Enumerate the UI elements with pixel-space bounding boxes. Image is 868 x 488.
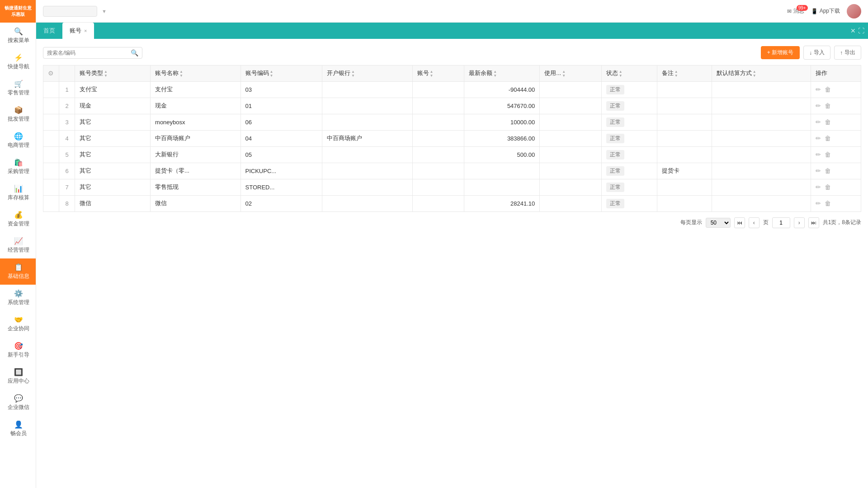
first-page-button[interactable]: ⏮ (734, 217, 745, 228)
row-type: 现金 (75, 98, 151, 114)
sidebar-item-member[interactable]: 👤 畅会员 (0, 416, 36, 442)
edit-icon[interactable]: ✏ (816, 102, 821, 109)
row-account-no (412, 195, 464, 211)
settings-col-icon[interactable]: ⚙ (48, 70, 54, 77)
sidebar-label-quick-nav: 快捷导航 (4, 63, 33, 70)
col-header-type[interactable]: 账号类型▲▼ (75, 66, 151, 82)
tab-home[interactable]: 首页 (36, 23, 62, 39)
row-usage (540, 130, 602, 146)
row-bank (322, 146, 412, 163)
delete-icon[interactable]: 🗑 (825, 102, 831, 109)
col-header-remark[interactable]: 备注▲▼ (657, 66, 712, 82)
sidebar-item-finance-mgmt[interactable]: 💰 资金管理 (0, 206, 36, 232)
row-status: 正常 (601, 146, 657, 163)
sidebar-item-quick-nav[interactable]: ⚡ 快捷导航 (0, 49, 36, 75)
col-header-code[interactable]: 账号编码▲▼ (241, 66, 322, 82)
sidebar-item-retail-mgmt[interactable]: 🛒 零售管理 (0, 75, 36, 101)
row-remark (657, 81, 712, 98)
page-number-input[interactable] (772, 217, 790, 228)
sidebar-item-inventory-check[interactable]: 📊 库存核算 (0, 180, 36, 206)
sidebar: 畅捷通财生意 乐惠版 🔍 搜索菜单 ⚡ 快捷导航 🛒 零售管理 📦 批发管理 🌐… (0, 0, 36, 488)
sidebar-item-enterprise-agreement[interactable]: 🤝 企业协同 (0, 311, 36, 337)
table-row: 2现金现金01547670.00正常 ✏ 🗑 (43, 98, 861, 114)
topbar-search-input[interactable] (43, 6, 97, 17)
sidebar-item-ecommerce-mgmt[interactable]: 🌐 电商管理 (0, 127, 36, 154)
delete-icon[interactable]: 🗑 (825, 200, 831, 207)
sidebar-item-app-center[interactable]: 🔲 应用中心 (0, 363, 36, 389)
user-avatar[interactable] (847, 4, 861, 19)
sidebar-icon-enterprise-agreement: 🤝 (4, 315, 33, 324)
col-header-account_no[interactable]: 账号▲▼ (412, 66, 464, 82)
next-page-button[interactable]: › (794, 217, 805, 228)
col-header-name[interactable]: 账号名称▲▼ (151, 66, 241, 82)
page-size-select[interactable]: 50 100 (706, 218, 731, 228)
sidebar-item-system-mgmt[interactable]: ⚙️ 系统管理 (0, 285, 36, 311)
row-name: 中百商场账户 (151, 130, 241, 146)
search-icon[interactable]: 🔍 (131, 49, 138, 56)
delete-icon[interactable]: 🗑 (825, 135, 831, 142)
row-remark (657, 179, 712, 195)
page-label: 页 (763, 219, 769, 226)
tab-close-account[interactable]: × (84, 28, 87, 33)
col-label-code: 账号编码 (245, 70, 269, 76)
close-tab-icon[interactable]: ✕ (850, 27, 856, 34)
row-action: ✏ 🗑 (811, 195, 861, 211)
message-button[interactable]: ✉ 消息 99+ (787, 7, 804, 15)
col-header-status[interactable]: 状态▲▼ (601, 66, 657, 82)
col-header-balance[interactable]: 最新余额▲▼ (464, 66, 540, 82)
edit-icon[interactable]: ✏ (816, 183, 821, 191)
col-header-default_method[interactable]: 默认结算方式▲▼ (712, 66, 811, 82)
edit-icon[interactable]: ✏ (816, 135, 821, 142)
sidebar-item-enterprise-wechat[interactable]: 💬 企业微信 (0, 389, 36, 416)
edit-icon[interactable]: ✏ (816, 167, 821, 174)
row-status: 正常 (601, 98, 657, 114)
row-default-method (712, 146, 811, 163)
row-code: 05 (241, 146, 322, 163)
delete-icon[interactable]: 🗑 (825, 86, 831, 93)
add-account-button[interactable]: + 新增账号 (761, 46, 800, 59)
maximize-icon[interactable]: ⛶ (858, 27, 864, 34)
sidebar-item-operations-mgmt[interactable]: 📈 经营管理 (0, 232, 36, 258)
sidebar-label-purchase-mgmt: 采购管理 (4, 168, 33, 175)
row-action: ✏ 🗑 (811, 146, 861, 163)
row-name: 大新银行 (151, 146, 241, 163)
prev-page-button[interactable]: ‹ (749, 217, 760, 228)
col-label-status: 状态 (606, 70, 618, 76)
col-label-usage: 使用... (544, 70, 561, 76)
edit-icon[interactable]: ✏ (816, 151, 821, 158)
sidebar-item-new-user-guide[interactable]: 🎯 新手引导 (0, 337, 36, 363)
export-button[interactable]: ↑ 导出 (834, 46, 861, 60)
col-label-type: 账号类型 (80, 70, 103, 76)
row-code: 04 (241, 130, 322, 146)
sidebar-item-search-menu[interactable]: 🔍 搜索菜单 (0, 23, 36, 49)
import-button[interactable]: ↓ 导入 (803, 46, 830, 60)
delete-icon[interactable]: 🗑 (825, 167, 831, 174)
edit-icon[interactable]: ✏ (816, 200, 821, 207)
delete-icon[interactable]: 🗑 (825, 183, 831, 191)
tab-label-account: 账号 (70, 27, 81, 35)
delete-icon[interactable]: 🗑 (825, 151, 831, 158)
tab-account[interactable]: 账号× (62, 23, 94, 39)
sidebar-item-wholesale-mgmt[interactable]: 📦 批发管理 (0, 101, 36, 127)
row-bank (322, 114, 412, 130)
sidebar-item-purchase-mgmt[interactable]: 🛍️ 采购管理 (0, 154, 36, 180)
row-account-no (412, 130, 464, 146)
last-page-button[interactable]: ⏭ (808, 217, 819, 228)
row-type: 支付宝 (75, 81, 151, 98)
row-settings (43, 146, 59, 163)
delete-icon[interactable]: 🗑 (825, 118, 831, 126)
sidebar-item-basic-info[interactable]: 📋 基础信息 (0, 258, 36, 285)
edit-icon[interactable]: ✏ (816, 86, 821, 93)
row-name: 现金 (151, 98, 241, 114)
pagination: 每页显示 50 100 ⏮ ‹ 页 › ⏭ 共1页，8条记录 (43, 212, 861, 230)
row-account-no (412, 146, 464, 163)
row-status: 正常 (601, 130, 657, 146)
col-label-bank: 开户银行 (327, 70, 350, 76)
import-icon: ↓ (809, 50, 812, 56)
sidebar-icon-enterprise-wechat: 💬 (4, 394, 33, 403)
app-download-button[interactable]: 📱 App下载 (811, 7, 840, 15)
search-input[interactable] (47, 50, 131, 56)
col-header-usage[interactable]: 使用...▲▼ (540, 66, 602, 82)
col-header-bank[interactable]: 开户银行▲▼ (322, 66, 412, 82)
edit-icon[interactable]: ✏ (816, 118, 821, 126)
